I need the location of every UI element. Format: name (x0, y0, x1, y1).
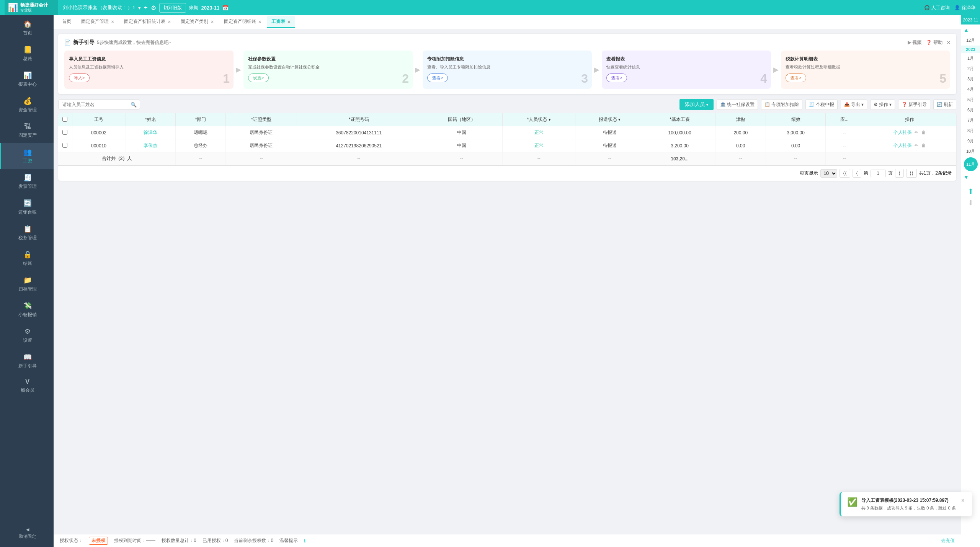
sidebar-item-close[interactable]: 🔒 结账 (0, 246, 54, 271)
op-label-2[interactable]: 个人社保 (893, 143, 912, 148)
rs-month-3[interactable]: 3月 (961, 74, 980, 84)
rs-month-8[interactable]: 8月 (961, 126, 980, 136)
rs-scroll-down-icon[interactable]: ⬇ (968, 199, 973, 207)
unpin-button[interactable]: ◀ 取消固定 (0, 523, 54, 544)
name-link-1[interactable]: 徐泽华 (144, 130, 157, 135)
gear-icon: ⚙ (24, 327, 31, 336)
report-status-2: 待报送 (575, 139, 644, 152)
rs-month-5[interactable]: 5月 (961, 95, 980, 105)
rs-year-label[interactable]: 2023 (961, 46, 980, 53)
toolbar: 🔍 添加人员 ▾ 🏦 统一社保设置 📋 专项附加扣除 (58, 99, 956, 110)
step-2-btn[interactable]: 设置> (248, 73, 269, 82)
page-number-input[interactable] (871, 170, 886, 177)
tab-payroll-close[interactable]: × (287, 19, 291, 25)
sidebar-item-ledger[interactable]: 📒 总账 (0, 41, 54, 67)
period-value[interactable]: 2023-11 (201, 5, 220, 11)
row-1-checkbox[interactable] (62, 130, 67, 135)
step-3-btn[interactable]: 查看> (427, 73, 448, 82)
sidebar-item-funds[interactable]: 💰 资金管理 (0, 92, 54, 118)
search-icon[interactable]: 🔍 (127, 102, 140, 108)
tab-payroll[interactable]: 工资表 × (267, 16, 295, 28)
row-2-checkbox[interactable] (62, 143, 67, 148)
rs-month-7[interactable]: 7月 (961, 115, 980, 126)
sidebar-item-fixed-assets[interactable]: 🏗 固定资产 (0, 118, 54, 143)
sidebar-item-purchase-sales[interactable]: 🔄 进销台账 (0, 194, 54, 220)
switch-version-button[interactable]: 切到旧版 (159, 3, 186, 13)
sidebar-item-reports[interactable]: 📊 报表中心 (0, 67, 54, 92)
rs-up-button[interactable]: ▲ (963, 26, 970, 34)
account-dropdown-icon[interactable]: ▾ (138, 5, 141, 11)
tab-fixed-depreciation-close[interactable]: × (168, 19, 171, 25)
rs-month-1[interactable]: 1月 (961, 53, 980, 64)
export-button[interactable]: 📤 导出 ▾ (841, 100, 867, 110)
search-input[interactable] (59, 100, 127, 109)
tab-fixed-category[interactable]: 固定资产类别 × (176, 16, 218, 28)
tab-fixed-depreciation[interactable]: 固定资产折旧统计表 × (119, 16, 175, 28)
refresh-button[interactable]: 🔄 刷新 (933, 100, 956, 110)
sidebar-item-archive[interactable]: 📁 归档管理 (0, 271, 54, 297)
op-delete-2[interactable]: 🗑 (921, 143, 926, 148)
go-charge-link[interactable]: 去充值 (941, 537, 955, 544)
new-guide-button[interactable]: ❓ 新手引导 (898, 100, 930, 110)
guide-box: 📄 新手引导 5步快速完成设置，快去完善信息吧~ ▶ 视频 ❓ 帮助 × (58, 34, 956, 94)
footer-dash-1: -- (176, 152, 226, 165)
sidebar-item-settings[interactable]: ⚙ 设置 (0, 323, 54, 348)
name-link-2[interactable]: 李俊杰 (144, 143, 157, 148)
calendar-icon[interactable]: 📅 (222, 5, 229, 11)
next-page-button[interactable]: ⟩ (895, 169, 904, 178)
prev-page-button[interactable]: ⟨ (853, 169, 861, 178)
op-edit-2[interactable]: ✏ (915, 143, 918, 148)
payroll-icon: 👥 (23, 148, 32, 156)
user-profile-button[interactable]: 👤 徐泽华 (954, 5, 975, 11)
sidebar-item-expense[interactable]: 💸 小畅报销 (0, 297, 54, 323)
ai-consult-button[interactable]: 🎧 人工咨询 (924, 5, 950, 11)
sidebar-item-tax[interactable]: 📋 税务管理 (0, 220, 54, 246)
sidebar-item-invoices[interactable]: 🧾 发票管理 (0, 169, 54, 194)
th-allowance: 津贴 (715, 113, 766, 126)
sidebar-item-member[interactable]: V 畅会员 (0, 374, 54, 398)
sidebar-item-payroll[interactable]: 👥 工资 (0, 143, 54, 169)
rs-month-2[interactable]: 2月 (961, 64, 980, 74)
op-label-1[interactable]: 个人社保 (893, 130, 912, 135)
step-5-title: 税款计算明细表 (786, 56, 946, 62)
sidebar-item-home[interactable]: 🏠 首页 (0, 15, 54, 41)
last-page-button[interactable]: ⟩⟩ (906, 169, 917, 178)
step-5-btn[interactable]: 查看> (786, 73, 806, 82)
tab-fixed-category-close[interactable]: × (211, 19, 214, 25)
sidebar-item-guide[interactable]: 📖 新手引导 (0, 348, 54, 374)
tab-fixed-assets[interactable]: 固定资产管理 × (77, 16, 119, 28)
operation-button[interactable]: ⚙ 操作 ▾ (870, 100, 895, 110)
guide-close-btn[interactable]: × (947, 39, 950, 46)
op-edit-1[interactable]: ✏ (915, 130, 918, 135)
rs-month-6[interactable]: 6月 (961, 105, 980, 115)
tab-fixed-detail[interactable]: 固定资产明细账 × (219, 16, 266, 28)
guide-help-btn[interactable]: ❓ 帮助 (926, 39, 942, 46)
app-name: 畅捷通好会计 (20, 2, 48, 8)
rs-month-11[interactable]: 11月 (964, 157, 978, 171)
toast-close-button[interactable]: × (960, 497, 966, 504)
rs-month-4[interactable]: 4月 (961, 84, 980, 95)
first-page-button[interactable]: ⟨⟨ (840, 169, 850, 178)
tab-fixed-detail-close[interactable]: × (258, 19, 261, 25)
rs-month-10[interactable]: 10月 (961, 146, 980, 157)
settings-icon[interactable]: ⚙ (151, 4, 156, 11)
add-account-icon[interactable]: + (144, 4, 147, 11)
rs-month-12[interactable]: 12月 (961, 35, 980, 46)
select-all-checkbox[interactable] (62, 117, 67, 122)
tax-return-button[interactable]: 🧾 个税申报 (805, 100, 838, 110)
tab-home[interactable]: 首页 (57, 16, 76, 28)
step-1-btn[interactable]: 导入> (69, 73, 90, 82)
rs-down-button[interactable]: ▼ (963, 173, 970, 181)
rs-scroll-up-icon[interactable]: ⬆ (968, 187, 973, 196)
status-filter-icon[interactable]: ▾ (549, 117, 551, 122)
guide-video-btn[interactable]: ▶ 视频 (908, 39, 921, 46)
rs-month-9[interactable]: 9月 (961, 136, 980, 146)
add-person-button[interactable]: 添加人员 ▾ (679, 99, 714, 110)
page-size-select[interactable]: 10 20 50 (820, 169, 837, 178)
step-4-btn[interactable]: 查看> (606, 73, 627, 82)
social-insurance-button[interactable]: 🏦 统一社保设置 (717, 100, 758, 110)
deduction-button[interactable]: 📋 专项附加扣除 (761, 100, 802, 110)
report-filter-icon[interactable]: ▾ (618, 117, 621, 122)
op-delete-1[interactable]: 🗑 (921, 130, 926, 135)
tab-fixed-assets-close[interactable]: × (111, 19, 114, 25)
